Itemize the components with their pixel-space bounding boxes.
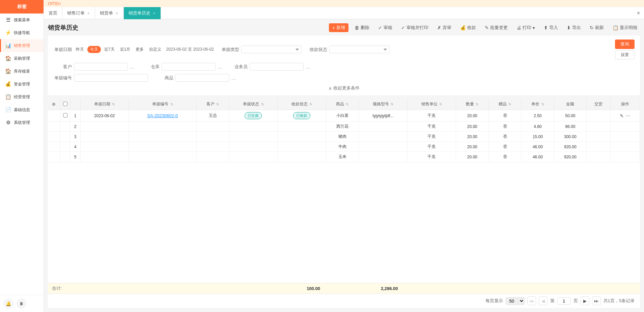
abandon-button[interactable]: ✗ 弃审 [435,23,454,32]
th-quantity[interactable]: 数量 ⇅ [456,99,488,110]
import-button[interactable]: ⬆ 导入 [541,23,561,32]
cell-docdate-1 [80,122,129,132]
page-size-select[interactable]: 50 100 200 [506,297,525,305]
print-button[interactable]: 🖨 打印 ▾ [514,23,538,32]
filter-customer-dots[interactable]: ... [130,64,134,70]
tab-sales-bill-close[interactable]: × [115,10,118,16]
cell-gift-1: 否 [488,122,521,132]
cell-check-4[interactable] [60,152,70,162]
collapse-button[interactable]: ∧ 收起更多条件 [329,85,360,91]
sidebar-bottom-btn-2[interactable]: ⏸ [16,298,26,309]
sidebar-bottom-btn-1[interactable]: 🔔 [3,298,13,309]
sort-icon-quantity: ⇅ [476,102,478,106]
query-button[interactable]: 查询 [615,40,635,49]
cell-docdate-2 [80,132,129,142]
sidebar-item-system-mgmt[interactable]: ⚙ 系统管理 [0,116,44,129]
batch-change-button[interactable]: ✎ 批量变更 [482,23,510,32]
cell-rownum-1: 2 [70,122,80,132]
settings-button[interactable]: 设置 [615,50,635,59]
cell-check-3[interactable] [60,142,70,152]
sidebar-item-quick-nav[interactable]: ⚡ 快捷导航 [0,26,44,39]
filter-doc-number-input[interactable] [74,74,148,82]
th-gear[interactable]: ⚙ [48,99,60,110]
tab-sales-history[interactable]: 销货单历史 × [124,7,161,19]
sidebar-item-inventory[interactable]: 🏠 库存核算 [0,65,44,78]
tab-sales-bill[interactable]: 销货单 × [95,7,123,19]
sidebar-item-sales-mgmt[interactable]: 📊 销售管理 [0,39,44,52]
date-btn-today[interactable]: 今天 [87,46,101,53]
th-payment-status[interactable]: 收款状态 ⇅ [278,99,326,110]
new-button[interactable]: + 新增 [329,23,348,32]
th-doc-date[interactable]: 单据日期 ⇅ [80,99,129,110]
sidebar-item-purchase-mgmt[interactable]: 🏠 采购管理 [0,52,44,65]
select-all-checkbox[interactable] [63,102,67,106]
row-checkbox-0[interactable] [63,113,67,118]
tab-sales-order-close[interactable]: × [87,10,90,16]
collect-icon: 💰 [460,25,466,30]
date-btn-custom[interactable]: 自定义 [147,46,163,53]
filter-payment-status-select[interactable] [329,46,390,53]
filter-sales-person-dots[interactable]: ... [306,64,310,70]
sidebar-item-operations-mgmt[interactable]: 📋 经营管理 [0,90,44,103]
doc-number-link-0[interactable]: SA-20230602-0 [147,113,178,118]
cell-check-0[interactable] [60,110,70,122]
print-dropdown-icon: ▾ [533,25,535,30]
delete-button[interactable]: 🗑 删除 [352,23,372,32]
review-button[interactable]: ✓ 审核 [375,23,395,32]
page-last-btn[interactable]: ⏭ [592,296,601,305]
export-button[interactable]: ⬇ 导出 [564,23,584,32]
cell-transaction-2 [586,132,610,142]
th-unit[interactable]: 销售单位 ⇅ [408,99,456,110]
filter-warehouse-input[interactable] [162,63,216,71]
page-next-btn[interactable]: ▶ [581,296,589,305]
date-btn-1month[interactable]: 近1月 [118,46,133,53]
th-gift[interactable]: 赠品 ⇅ [488,99,521,110]
tab-bar: 首页 销售订单 × 销货单 × 销货单历史 × × [44,7,644,19]
th-customer[interactable]: 客户 ⇅ [196,99,229,110]
page-prev-btn[interactable]: ◀ [539,296,548,305]
tab-sales-order[interactable]: 销售订单 × [62,7,95,19]
review-print-button[interactable]: ✓ 审核并打印 [398,23,431,32]
filter-sales-person-input[interactable] [250,63,304,71]
filter-product-dots[interactable]: ... [231,75,236,81]
export-label: 导出 [572,25,581,31]
filter-customer-input[interactable] [74,63,128,71]
th-check[interactable] [60,99,70,110]
date-btn-7days[interactable]: 近7天 [102,46,117,53]
table-container: ⚙ 单据日期 ⇅ 单据编号 ⇅ 客户 ⇅ 单据状态 ⇅ 收款状态 ⇅ 商品 ⇅ … [48,99,640,308]
filter-doc-type-select[interactable] [241,46,302,53]
date-btn-more[interactable]: 更多 [134,46,146,53]
filter-product-item: 商品 ... [155,74,236,82]
th-spec[interactable]: 规格型号 ⇅ [359,99,408,110]
th-doc-status[interactable]: 单据状态 ⇅ [229,99,277,110]
refresh-button[interactable]: ↻ 刷新 [587,23,607,32]
date-btn-yesterday[interactable]: 昨天 [74,46,86,53]
cell-docstatus-3 [229,142,277,152]
cell-check-1[interactable] [60,122,70,132]
sidebar-item-search-menu[interactable]: ☰ 搜索菜单 [0,14,44,26]
sidebar-item-basic-info[interactable]: 📄 基础信息 [0,103,44,116]
page-current-input[interactable] [557,297,571,305]
cell-docnumber-0[interactable]: SA-20230602-0 [129,110,196,122]
cell-check-2[interactable] [60,132,70,142]
cell-product-1: 西兰花 [326,122,359,132]
th-product[interactable]: 商品 ⇅ [326,99,359,110]
sidebar-item-finance-mgmt[interactable]: 💰 资金管理 [0,78,44,90]
collect-button[interactable]: 💰 收款 [457,23,479,32]
tab-home[interactable]: 首页 [44,7,62,19]
table-row: 3猪肉千克20.00否15.00300.00 [48,132,640,142]
filter-product-input[interactable] [175,74,229,82]
action-more-0[interactable]: ⋯ [626,113,631,119]
filter-warehouse-dots[interactable]: ... [218,64,222,70]
th-transaction: 交货 [586,99,610,110]
show-details-button[interactable]: 📋 显示明细 [610,23,640,32]
tab-sales-history-close[interactable]: × [152,10,156,16]
th-doc-number[interactable]: 单据编号 ⇅ [129,99,196,110]
action-edit-0[interactable]: ✎ [620,113,624,119]
tab-bar-close-btn[interactable]: × [633,10,644,16]
table-scroll[interactable]: ⚙ 单据日期 ⇅ 单据编号 ⇅ 客户 ⇅ 单据状态 ⇅ 收款状态 ⇅ 商品 ⇅ … [48,99,640,283]
system-mgmt-icon: ⚙ [5,120,11,126]
th-unit-price[interactable]: 单价 ⇅ [521,99,554,110]
sort-icon-doc-status: ⇅ [261,102,264,106]
page-first-btn[interactable]: ⏮ [527,296,536,305]
